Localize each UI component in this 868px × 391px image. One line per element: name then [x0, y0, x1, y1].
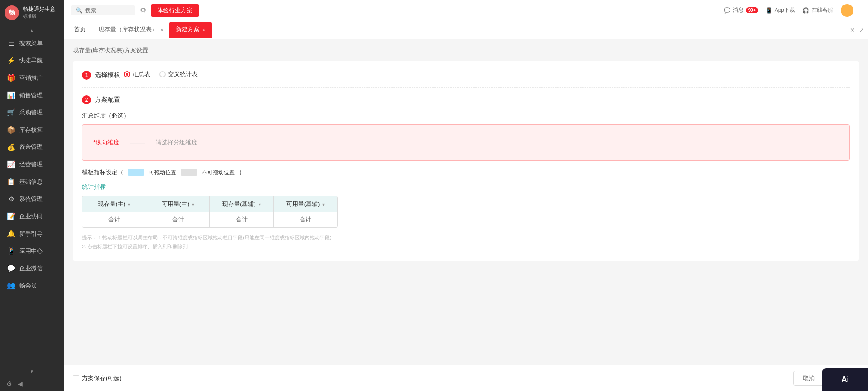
search-bar[interactable]: 🔍 — [71, 5, 135, 15]
topbar: 🔍 ⚙ 体验行业方案 💬 消息 99+ 📱 App下载 🎧 在线客服 — [64, 0, 868, 21]
search-menu-icon: ☰ — [6, 39, 15, 47]
message-icon: 💬 — [724, 7, 730, 14]
tab-new-plan[interactable]: 新建方案 × — [169, 22, 211, 38]
cancel-button[interactable]: 取消 — [793, 371, 824, 386]
topbar-right: 💬 消息 99+ 📱 App下载 🎧 在线客服 — [724, 4, 861, 17]
sales-icon: 📊 — [6, 91, 15, 99]
online-service-group[interactable]: 🎧 在线客服 — [802, 6, 833, 14]
sidebar-item-wechat[interactable]: 💬 企业微信 — [0, 260, 64, 277]
sidebar-item-operation[interactable]: 📈 经营管理 — [0, 156, 64, 173]
save-checkbox[interactable] — [73, 375, 79, 381]
save-option[interactable]: 方案保存(可选) — [73, 374, 122, 382]
section2-header: 2 方案配置 — [82, 95, 850, 104]
settings-icon[interactable]: ⚙ — [6, 380, 12, 387]
section2-title: 方案配置 — [95, 96, 120, 104]
sidebar-scroll-up[interactable]: ▲ — [0, 26, 64, 35]
message-badge: 99+ — [746, 7, 758, 13]
radio-summary[interactable]: 汇总表 — [124, 70, 150, 78]
expand-icon[interactable]: ⤢ — [859, 26, 864, 34]
not-draggable-indicator-box — [181, 169, 197, 176]
sidebar-item-agreement[interactable]: 📝 企业协同 — [0, 208, 64, 225]
tip-2: 2. 点击标题栏下拉可设置排序、插入列和删除列 — [82, 242, 850, 252]
stats-cell-label-2: 合计 — [236, 216, 248, 224]
sidebar-item-inventory[interactable]: 📦 库存核算 — [0, 121, 64, 139]
avatar[interactable] — [841, 4, 853, 17]
summary-dimension-section: 汇总维度（必选） *纵向维度 —— 请选择分组维度 — [82, 112, 850, 161]
sidebar-item-label: 新手引导 — [19, 230, 43, 238]
tab-inventory-status[interactable]: 现存量（库存状况表） × — [92, 22, 169, 38]
sidebar-item-label: 库存核算 — [19, 126, 43, 134]
stats-cell-1: 合计 — [146, 212, 210, 227]
sidebar-item-label: 营销推广 — [19, 74, 43, 82]
sidebar-item-new-guide[interactable]: 🔔 新手引导 — [0, 225, 64, 242]
message-label: 消息 — [733, 6, 744, 14]
stats-title: 统计指标 — [82, 183, 106, 192]
sidebar-item-purchase[interactable]: 🛒 采购管理 — [0, 104, 64, 121]
stats-cell-3: 合计 — [274, 212, 337, 227]
bottom-bar: 方案保存(可选) 取消 查询 — [64, 365, 868, 391]
draggable-indicator-box — [128, 169, 144, 176]
sidebar-item-system[interactable]: ⚙ 系统管理 — [0, 190, 64, 208]
gear-icon[interactable]: ⚙ — [140, 6, 146, 15]
stats-col-0[interactable]: 现存量(主) ▾ — [82, 196, 146, 212]
wechat-icon: 💬 — [6, 264, 15, 273]
sidebar-item-app-center[interactable]: 📱 应用中心 — [0, 242, 64, 260]
sidebar-item-label: 企业协同 — [19, 212, 43, 221]
dimension-area[interactable]: *纵向维度 —— 请选择分组维度 — [82, 124, 850, 161]
tab-home[interactable]: 首页 — [67, 22, 92, 38]
radio-cross[interactable]: 交叉统计表 — [159, 70, 198, 78]
audio-icon[interactable]: ◀ — [18, 380, 23, 387]
sidebar-item-finance[interactable]: 💰 资金管理 — [0, 139, 64, 156]
message-group[interactable]: 💬 消息 99+ — [724, 6, 758, 14]
stats-table-header: 现存量(主) ▾ 可用量(主) ▾ 现存量(基辅) ▾ 可用量(基辅) — [82, 196, 337, 212]
chevron-down-icon-3: ▾ — [322, 202, 325, 207]
sidebar-item-sales[interactable]: 📊 销售管理 — [0, 87, 64, 104]
operation-icon: 📈 — [6, 160, 15, 169]
app-download-group[interactable]: 📱 App下载 — [766, 6, 795, 14]
tab-inventory-close[interactable]: × — [160, 27, 163, 32]
sidebar-item-quick-nav[interactable]: ⚡ 快捷导航 — [0, 52, 64, 69]
not-draggable-label: 不可拖动位置 — [202, 169, 235, 176]
sidebar-item-label: 企业微信 — [19, 264, 43, 273]
service-icon: 🎧 — [802, 7, 809, 14]
stats-col-label-0: 现存量(主) — [98, 200, 126, 208]
save-label: 方案保存(可选) — [82, 374, 122, 382]
industry-btn[interactable]: 体验行业方案 — [151, 4, 199, 17]
sidebar-item-basic-info[interactable]: 📋 基础信息 — [0, 173, 64, 190]
search-input[interactable] — [85, 7, 131, 14]
stats-table-body: 合计 合计 合计 合计 — [82, 212, 337, 227]
sidebar-item-label: 资金管理 — [19, 143, 43, 151]
stats-col-label-2: 现存量(基辅) — [222, 200, 256, 208]
indicator-setting-label: 模板指标设定（ — [82, 168, 123, 176]
tip-1: 提示： 1.拖动标题栏可以调整布局，不可跨维度或指标区域拖动栏目字段(只能在同一… — [82, 233, 850, 242]
radio-summary-label: 汇总表 — [133, 70, 150, 78]
sidebar-item-member[interactable]: 👥 畅会员 — [0, 277, 64, 294]
close-icon[interactable]: ✕ — [850, 26, 855, 34]
content-area: 现存量(库存状况表)方案设置 1 选择模板 汇总表 交叉统计表 — [64, 39, 868, 365]
sidebar-item-label: 应用中心 — [19, 247, 43, 255]
stats-cell-2: 合计 — [210, 212, 274, 227]
stats-cell-label-1: 合计 — [172, 216, 184, 224]
stats-col-2[interactable]: 现存量(基辅) ▾ — [210, 196, 274, 212]
sidebar-item-label: 采购管理 — [19, 108, 43, 117]
main-area: 🔍 ⚙ 体验行业方案 💬 消息 99+ 📱 App下载 🎧 在线客服 — [64, 0, 868, 391]
sidebar-item-label: 畅会员 — [19, 282, 37, 290]
stats-col-3[interactable]: 可用量(基辅) ▾ — [274, 196, 337, 212]
tab-new-plan-close[interactable]: × — [202, 27, 205, 32]
sidebar-bottom: ⚙ ◀ — [0, 376, 64, 391]
sidebar-item-search-menu[interactable]: ☰ 搜索菜单 — [0, 35, 64, 52]
tabbar: 首页 现存量（库存状况表） × 新建方案 × ✕ ⤢ — [64, 21, 868, 39]
app-download-label: App下载 — [775, 6, 795, 14]
radio-dot-summary — [124, 71, 130, 77]
section1-title: 选择模板 — [95, 71, 120, 79]
chevron-down-icon-2: ▾ — [259, 202, 261, 207]
summary-label: 汇总维度（必选） — [82, 112, 850, 120]
radio-dot-cross — [159, 71, 166, 77]
indicator-row: 模板指标设定（ 可拖动位置 不可拖动位置 ） — [82, 168, 850, 176]
app-version: 标准版 — [23, 13, 56, 20]
sidebar-item-marketing[interactable]: 🎁 营销推广 — [0, 69, 64, 87]
chevron-down-icon-0: ▾ — [128, 202, 130, 207]
stats-col-1[interactable]: 可用量(主) ▾ — [146, 196, 210, 212]
sidebar-scroll-down[interactable]: ▼ — [0, 367, 64, 376]
tips-section: 提示： 1.拖动标题栏可以调整布局，不可跨维度或指标区域拖动栏目字段(只能在同一… — [82, 233, 850, 252]
